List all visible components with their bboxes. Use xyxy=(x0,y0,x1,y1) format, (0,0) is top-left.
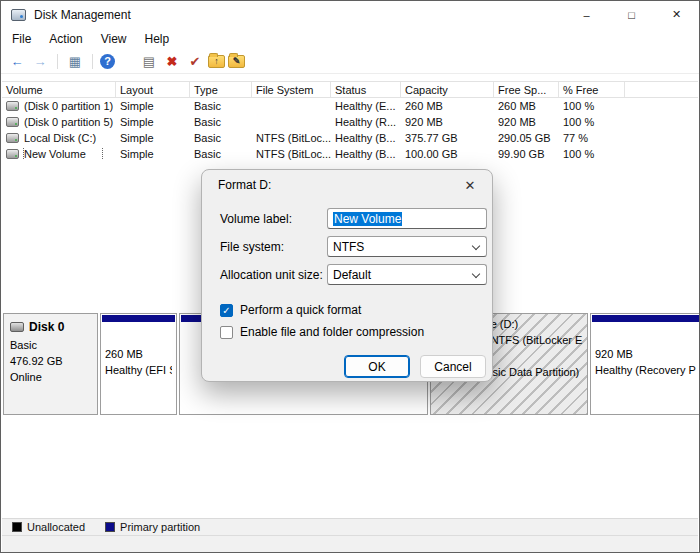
menu-bar: File Action View Help xyxy=(1,28,699,49)
cell-pct-free: 100 % xyxy=(559,100,625,112)
toolbar-separator xyxy=(92,54,93,69)
file-system-label: File system: xyxy=(220,240,284,254)
help-icon[interactable]: ? xyxy=(100,54,115,69)
legend-label: Unallocated xyxy=(27,521,85,533)
cell-status: Healthy (R... xyxy=(331,116,401,128)
disk-type: Basic xyxy=(10,337,91,353)
cell-free-space: 99.90 GB xyxy=(494,148,559,160)
cell-file-system: NTFS (BitLoc... xyxy=(252,148,331,160)
cell-capacity: 100.00 GB xyxy=(401,148,494,160)
properties-icon[interactable]: ▤ xyxy=(139,52,159,70)
title-bar: Disk Management – □ ✕ xyxy=(1,1,699,28)
maximize-button[interactable]: □ xyxy=(609,1,654,28)
disk-management-window: Disk Management – □ ✕ File Action View H… xyxy=(0,0,700,553)
file-system-select[interactable]: NTFS xyxy=(327,236,487,257)
compression-label: Enable file and folder compression xyxy=(240,325,424,339)
partition-size: 260 MB xyxy=(105,346,172,362)
disk-0-label[interactable]: Disk 0 Basic 476.92 GB Online xyxy=(3,313,98,415)
allocation-unit-label: Allocation unit size: xyxy=(220,268,323,282)
toolbar: ← → ▦ ? ▤ ✖ ✔ ↑ ✎ xyxy=(1,49,699,74)
partition-stripe xyxy=(592,315,700,322)
minimize-button[interactable]: – xyxy=(564,1,609,28)
file-system-value: NTFS xyxy=(333,240,364,254)
primary-partition-swatch xyxy=(105,522,115,532)
ok-button[interactable]: OK xyxy=(344,355,410,378)
menu-view[interactable]: View xyxy=(92,30,136,48)
cell-type: Basic xyxy=(190,148,252,160)
disk-icon xyxy=(10,322,24,332)
cell-free-space: 260 MB xyxy=(494,100,559,112)
console-tree-icon[interactable]: ▦ xyxy=(65,52,85,70)
column-header-status[interactable]: Status xyxy=(331,82,401,97)
extend-folder-icon[interactable]: ✎ xyxy=(228,55,245,68)
back-icon[interactable]: ← xyxy=(7,52,27,70)
explore-folder-icon[interactable]: ↑ xyxy=(208,55,225,68)
window-title: Disk Management xyxy=(34,8,131,22)
cell-free-space: 920 MB xyxy=(494,116,559,128)
cell-status: Healthy (B... xyxy=(331,132,401,144)
menu-help[interactable]: Help xyxy=(136,30,179,48)
quick-format-checkbox[interactable]: Perform a quick format xyxy=(220,303,361,317)
drive-icon xyxy=(6,101,19,111)
cell-type: Basic xyxy=(190,116,252,128)
partition-size: 920 MB xyxy=(595,346,700,362)
legend-primary-partition: Primary partition xyxy=(105,521,200,533)
menu-file[interactable]: File xyxy=(3,30,40,48)
cell-free-space: 290.05 GB xyxy=(494,132,559,144)
toolbar-separator xyxy=(57,54,58,69)
disk-size: 476.92 GB xyxy=(10,353,91,369)
cell-pct-free: 100 % xyxy=(559,148,625,160)
disk-name: Disk 0 xyxy=(29,319,64,335)
compression-checkbox[interactable]: Enable file and folder compression xyxy=(220,325,424,339)
window-controls: – □ ✕ xyxy=(564,1,699,28)
volume-label-value: New Volume xyxy=(333,212,402,226)
mark-active-icon[interactable]: ✔ xyxy=(185,52,205,70)
cell-capacity: 260 MB xyxy=(401,100,494,112)
delete-volume-icon[interactable]: ✖ xyxy=(162,52,182,70)
checkbox-unchecked-icon xyxy=(220,326,233,339)
partition-efi[interactable]: 260 MB Healthy (EFI Sy xyxy=(100,313,177,415)
table-row-local-disk-c[interactable]: Local Disk (C:) Simple Basic NTFS (BitLo… xyxy=(2,130,698,146)
close-button[interactable]: ✕ xyxy=(654,1,699,28)
drive-icon xyxy=(6,133,19,143)
dialog-close-icon[interactable]: ✕ xyxy=(461,176,479,194)
cell-type: Basic xyxy=(190,100,252,112)
menu-action[interactable]: Action xyxy=(40,30,91,48)
column-header-type[interactable]: Type xyxy=(190,82,252,97)
forward-icon[interactable]: → xyxy=(30,52,50,70)
allocation-unit-select[interactable]: Default xyxy=(327,264,487,285)
volume-name: Local Disk (C:) xyxy=(24,132,96,144)
cell-status: Healthy (B... xyxy=(331,148,401,160)
column-header-free-space[interactable]: Free Sp... xyxy=(494,82,559,97)
column-header-capacity[interactable]: Capacity xyxy=(401,82,494,97)
partition-recovery[interactable]: 920 MB Healthy (Recovery P xyxy=(590,313,700,415)
cell-pct-free: 77 % xyxy=(559,132,625,144)
column-header-file-system[interactable]: File System xyxy=(252,82,331,97)
column-header-pct-free[interactable]: % Free xyxy=(559,82,625,97)
cell-pct-free: 100 % xyxy=(559,116,625,128)
cell-capacity: 920 MB xyxy=(401,116,494,128)
partition-status: Healthy (Recovery P xyxy=(595,362,700,378)
partition-stripe xyxy=(102,315,175,322)
cell-layout: Simple xyxy=(116,116,190,128)
column-header-layout[interactable]: Layout xyxy=(116,82,190,97)
cell-file-system: NTFS (BitLoc... xyxy=(252,132,331,144)
table-row-new-volume[interactable]: New Volume Simple Basic NTFS (BitLoc... … xyxy=(2,146,698,162)
cancel-button[interactable]: Cancel xyxy=(420,355,486,378)
dialog-title: Format D: xyxy=(218,178,271,192)
cell-capacity: 375.77 GB xyxy=(401,132,494,144)
volume-label-input[interactable]: New Volume xyxy=(327,208,487,229)
quick-format-label: Perform a quick format xyxy=(240,303,361,317)
status-area: Unallocated Primary partition xyxy=(2,518,698,553)
table-row-partition-1[interactable]: (Disk 0 partition 1) Simple Basic Health… xyxy=(2,98,698,114)
volume-table: Volume Layout Type File System Status Ca… xyxy=(2,81,698,162)
cell-layout: Simple xyxy=(116,148,190,160)
legend-unallocated: Unallocated xyxy=(12,521,85,533)
chevron-down-icon xyxy=(472,270,480,278)
table-row-partition-5[interactable]: (Disk 0 partition 5) Simple Basic Health… xyxy=(2,114,698,130)
legend: Unallocated Primary partition xyxy=(2,519,698,536)
cell-layout: Simple xyxy=(116,100,190,112)
app-icon xyxy=(11,9,26,21)
column-header-volume[interactable]: Volume xyxy=(2,82,116,97)
drive-icon xyxy=(6,117,19,127)
